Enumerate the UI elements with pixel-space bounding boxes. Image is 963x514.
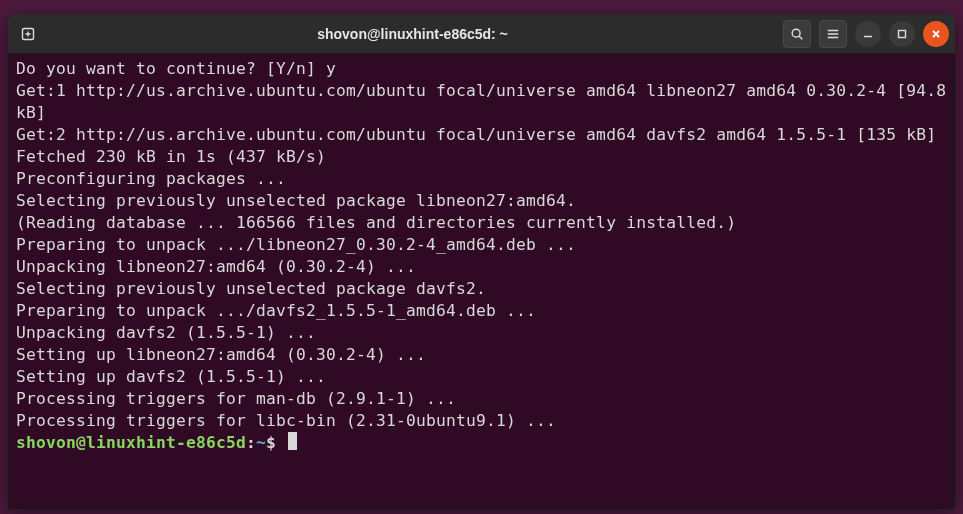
minimize-icon: [862, 28, 874, 40]
svg-rect-2: [899, 30, 906, 37]
close-icon: [930, 28, 942, 40]
terminal-window: shovon@linuxhint-e86c5d: ~: [8, 14, 955, 509]
prompt-user-host: shovon@linuxhint-e86c5d: [16, 433, 246, 452]
search-icon: [790, 27, 804, 41]
maximize-icon: [896, 28, 908, 40]
close-button[interactable]: [923, 21, 949, 47]
search-button[interactable]: [783, 20, 811, 48]
window-title: shovon@linuxhint-e86c5d: ~: [42, 26, 783, 42]
menu-button[interactable]: [819, 20, 847, 48]
prompt-dollar: $: [266, 433, 276, 452]
prompt-path: ~: [256, 433, 266, 452]
new-tab-icon: [20, 26, 36, 42]
cursor: [288, 432, 297, 450]
terminal-output: Do you want to continue? [Y/n] y Get:1 h…: [16, 59, 955, 430]
maximize-button[interactable]: [889, 21, 915, 47]
minimize-button[interactable]: [855, 21, 881, 47]
new-tab-button[interactable]: [14, 20, 42, 48]
hamburger-icon: [826, 27, 840, 41]
prompt-separator: :: [246, 433, 256, 452]
titlebar: shovon@linuxhint-e86c5d: ~: [8, 14, 955, 54]
svg-point-1: [792, 29, 800, 37]
terminal-body[interactable]: Do you want to continue? [Y/n] y Get:1 h…: [8, 54, 955, 509]
